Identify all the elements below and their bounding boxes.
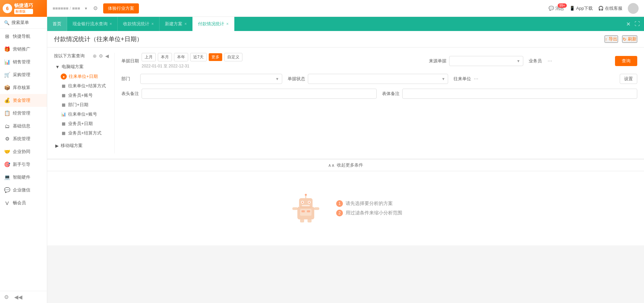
settings-gear-icon[interactable]: ⚙: [4, 294, 9, 300]
date-btn-7days[interactable]: 近7天: [190, 53, 207, 61]
tab-close-icon[interactable]: ×: [226, 22, 229, 26]
svg-rect-14: [300, 219, 304, 222]
maximize-icon[interactable]: ⛶: [635, 21, 640, 27]
scheme-item-staff-account[interactable]: ▦ 业务员+账号: [54, 91, 109, 100]
scheme-group-arrow-icon: ▼: [55, 64, 60, 69]
source-select[interactable]: ▼: [449, 56, 523, 66]
doc-status-select[interactable]: ▼: [308, 74, 448, 84]
tab-receipt[interactable]: 收款情况统计 ×: [118, 17, 159, 31]
tab-new-scheme[interactable]: 新建方案 ×: [159, 17, 193, 31]
ellipsis-icon[interactable]: ···: [548, 58, 552, 64]
headset-icon: 🎧: [598, 6, 604, 11]
sidebar-item-inventory[interactable]: 📦 库存核算: [0, 81, 47, 94]
scheme-group-label: 电脑端方案: [62, 64, 84, 70]
refresh-btn[interactable]: ↻ 刷新: [622, 35, 637, 43]
app-download-btn[interactable]: 📱 App下载: [569, 5, 593, 11]
sidebar-item-label: 基础信息: [13, 123, 30, 129]
scheme-group-label: 移动端方案: [61, 143, 83, 149]
sidebar-item-guide[interactable]: 🎯 新手引导: [0, 158, 47, 171]
collapse-sidebar-icon[interactable]: ◀◀: [14, 294, 22, 300]
sidebar-item-label: 畅会员: [13, 200, 26, 206]
tabbar: 首页 现金银行流水查询 × 收款情况统计 × 新建方案 × 付款情况统计 × ✕…: [47, 17, 644, 31]
sidebar-item-quick-nav[interactable]: ⊞ 快捷导航: [0, 30, 47, 43]
trial-btn[interactable]: 体验行业方案: [103, 3, 139, 13]
header-remark-field: 表头备注: [121, 89, 377, 99]
scheme-group-mobile: ▶ 移动端方案: [54, 141, 109, 151]
scheme-item-unit-account[interactable]: 📊 往来单位+账号: [54, 110, 109, 119]
sidebar-item-marketing[interactable]: 🎁 营销推广: [0, 43, 47, 56]
collapse-bar[interactable]: ∧∧ 收起更多条件: [47, 159, 644, 171]
date-btn-custom[interactable]: 自定义: [224, 53, 242, 61]
sidebar-item-purchase[interactable]: 🛒 采购管理: [0, 68, 47, 81]
scheme-icon: ▦: [61, 102, 66, 108]
sidebar-item-label: 智能硬件: [13, 174, 30, 180]
tab-bank[interactable]: 现金银行流水查询 ×: [67, 17, 118, 31]
online-service-btn[interactable]: 🎧 在线客服: [598, 5, 622, 11]
empty-hints: 1 请先选择要分析的方案 2 用过滤条件来缩小分析范围: [336, 200, 402, 216]
scheme-item-unit-date[interactable]: ● 往来单位+日期: [54, 72, 109, 81]
ellipsis-icon[interactable]: ···: [474, 76, 478, 82]
svg-rect-9: [300, 209, 312, 216]
settings-icon[interactable]: ⚙: [93, 5, 98, 11]
body-remark-input[interactable]: [402, 89, 637, 99]
date-wrap: 上月 本月 本年 近7天 更多 自定义 2022-01-01 至 2022-12…: [142, 53, 242, 69]
scheme-item-dept-date[interactable]: ▦ 部门+日期: [54, 100, 109, 110]
svg-point-7: [305, 194, 307, 196]
sidebar-item-vip[interactable]: V 畅会员: [0, 196, 47, 209]
date-btn-this-month[interactable]: 本月: [158, 53, 172, 61]
add-scheme-icon[interactable]: ⊕: [93, 53, 97, 59]
sidebar-item-hardware[interactable]: 💻 智能硬件: [0, 171, 47, 184]
svg-rect-13: [314, 207, 319, 210]
header-remark-label: 表头备注: [121, 91, 139, 97]
search-menu[interactable]: 🔍 搜索菜单: [0, 17, 47, 29]
export-btn[interactable]: ↑ 导出: [605, 35, 618, 43]
scheme-label: 按以下方案查询: [54, 53, 85, 59]
scheme-item-staff-date[interactable]: ▦ 业务员+日期: [54, 119, 109, 128]
sidebar-item-enterprise[interactable]: 🤝 企业协同: [0, 145, 47, 158]
filter-form: 单据日期 上月 本月 本年 近7天 更多 自定义 2022-01-01 至 20…: [115, 53, 637, 153]
operations-icon: 📋: [4, 110, 10, 116]
unit-field: 往来单位 ···: [453, 76, 614, 82]
collapse-scheme-icon[interactable]: ◀: [105, 53, 109, 59]
chevron-down-icon: ▼: [275, 77, 279, 81]
scheme-group-pc-header[interactable]: ▼ 电脑端方案: [54, 62, 109, 72]
query-btn[interactable]: 查询: [615, 56, 637, 66]
settings-btn[interactable]: 设置: [620, 74, 637, 84]
purchase-icon: 🛒: [4, 72, 10, 78]
sidebar-item-wechat[interactable]: 💬 企业微信: [0, 184, 47, 196]
header-remark-input[interactable]: [142, 89, 377, 99]
topbar: ■■■■■■ / ■■■ ▼ ⚙ 体验行业方案 💬 消息 99+ 📱 App下载…: [47, 0, 644, 17]
sidebar-item-capital[interactable]: 💰 资金管理: [0, 94, 47, 107]
sidebar-item-system[interactable]: ⚙ 系统管理: [0, 132, 47, 145]
sidebar-item-label: 新手引导: [13, 161, 30, 168]
scheme-group-mobile-header[interactable]: ▶ 移动端方案: [54, 141, 109, 151]
date-btn-last-month[interactable]: 上月: [142, 53, 156, 61]
scheme-item-staff-settle[interactable]: ▦ 业务员+结算方式: [54, 128, 109, 138]
sidebar-item-operations[interactable]: 📋 经营管理: [0, 107, 47, 120]
dept-select[interactable]: ▼: [140, 74, 282, 84]
scheme-group-pc: ▼ 电脑端方案 ● 往来单位+日期 ▦ 往来单位+结算方式 ▦ 业务员+账号: [54, 62, 109, 138]
tab-home[interactable]: 首页: [47, 17, 67, 31]
sidebar-item-basic[interactable]: 🗂 基础信息: [0, 120, 47, 132]
message-btn[interactable]: 💬 消息 99+: [549, 5, 564, 11]
svg-point-5: [309, 202, 310, 203]
filter-row-2: 部门 ▼ 单据状态 ▼ 往来单位: [121, 74, 637, 84]
date-btn-this-year[interactable]: 本年: [174, 53, 188, 61]
sidebar-item-label: 系统管理: [13, 136, 30, 142]
tab-close-icon[interactable]: ×: [110, 22, 112, 26]
sidebar-item-sales[interactable]: 📊 销售管理: [0, 56, 47, 68]
hint-2: 2 用过滤条件来缩小分析范围: [336, 210, 402, 216]
tab-payment[interactable]: 付款情况统计 ×: [193, 17, 234, 31]
tab-close-icon[interactable]: ×: [151, 22, 154, 26]
scheme-actions: ⊕ ⚙ ◀: [93, 53, 109, 59]
settings-scheme-icon[interactable]: ⚙: [99, 53, 103, 59]
body-remark-field: 表体备注: [382, 89, 637, 99]
close-all-icon[interactable]: ✕: [626, 21, 631, 27]
tab-label: 首页: [53, 21, 61, 27]
date-btn-more[interactable]: 更多: [209, 53, 222, 61]
user-avatar[interactable]: [628, 3, 639, 14]
sidebar-item-label: 企业微信: [13, 187, 30, 193]
tab-close-icon[interactable]: ×: [184, 22, 187, 26]
scheme-item-unit-settle[interactable]: ▦ 往来单位+结算方式: [54, 81, 109, 91]
hint-num-2: 2: [336, 210, 343, 216]
